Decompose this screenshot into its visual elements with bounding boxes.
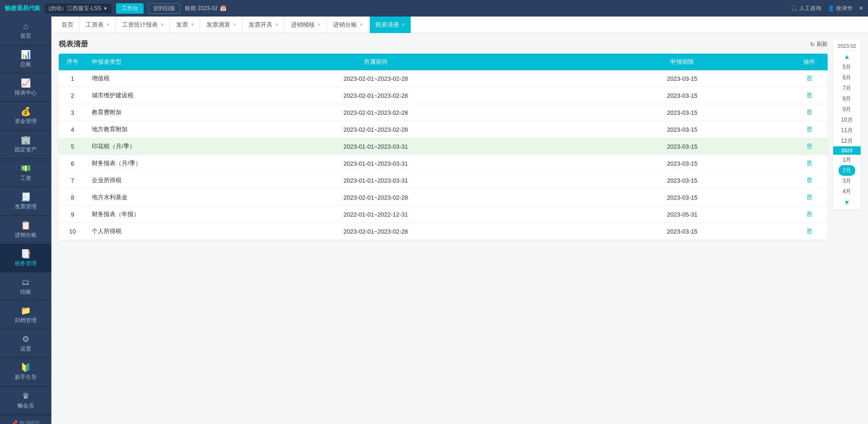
tab-salary-table[interactable]: 工资表 × xyxy=(80,17,116,33)
sidebar-item-settings[interactable]: ⚙ 设置 xyxy=(0,329,51,358)
period-10[interactable]: 10月 xyxy=(833,115,861,125)
sidebar-item-label: 新手引导 xyxy=(15,374,37,381)
cell-no: 6 xyxy=(59,155,86,172)
action-icon[interactable]: 🖹 xyxy=(806,143,812,150)
sidebar-item-guide[interactable]: 🔰 新手引导 xyxy=(0,358,51,386)
tab-invoice-calc[interactable]: 发票测算 × xyxy=(201,17,242,33)
cell-action[interactable]: 🖹 xyxy=(791,172,828,189)
cell-action[interactable]: 🖹 xyxy=(791,138,828,155)
tab-invoice-issue[interactable]: 发票开具 × xyxy=(243,17,284,33)
sidebar-item-label: 总账 xyxy=(20,61,31,68)
period-7[interactable]: 7月 xyxy=(833,83,861,94)
user-menu[interactable]: 👤 徐泽华 xyxy=(828,5,852,12)
action-icon[interactable]: 🖹 xyxy=(806,75,812,82)
period-11[interactable]: 11月 xyxy=(833,125,861,136)
tab-invoice[interactable]: 发票 × xyxy=(171,17,200,33)
cell-type: 个人所得税 xyxy=(86,223,178,240)
cell-action[interactable]: 🖹 xyxy=(791,104,828,121)
action-icon[interactable]: 🖹 xyxy=(806,92,812,99)
sidebar-item-ledger[interactable]: 📊 总账 xyxy=(0,45,51,73)
cell-no: 8 xyxy=(59,189,86,206)
switch-old-button[interactable]: 切到旧版 xyxy=(148,3,180,14)
action-icon[interactable]: 🖹 xyxy=(806,211,812,218)
period-12[interactable]: 12月 xyxy=(833,136,861,146)
cell-action[interactable]: 🖹 xyxy=(791,206,828,223)
cell-action[interactable]: 🖹 xyxy=(791,155,828,172)
topbar: 畅捷通易代账 (勿动）江西服宝-LSS ▼ 工作台 切到旧版 账期 2023-0… xyxy=(0,0,868,17)
settlement-icon: 🗂 xyxy=(22,278,30,286)
cell-period: 2023-02-01~2023-02-28 xyxy=(178,104,573,121)
cell-type: 城市维护建设税 xyxy=(86,87,178,104)
action-icon[interactable]: 🖹 xyxy=(806,194,812,201)
sidebar-item-invoice[interactable]: 🧾 发票管理 xyxy=(0,187,51,216)
sidebar-item-label: 进销台账 xyxy=(15,231,37,239)
action-icon[interactable]: 🖹 xyxy=(806,160,812,167)
refresh-button[interactable]: ↻ 刷新 xyxy=(810,40,828,48)
sidebar-item-label: 发票管理 xyxy=(15,203,37,211)
tax-table: 序号 申报表类型 所属期间 申报期限 操作 1 增值税 2023-02-01~2… xyxy=(59,54,828,240)
tab-purchase-audit[interactable]: 进销稽核 × xyxy=(285,17,327,33)
calendar-icon[interactable]: 📅 xyxy=(220,5,227,11)
workbench-button[interactable]: 工作台 xyxy=(116,3,144,14)
tab-tax-list[interactable]: 税表清册 × xyxy=(370,17,411,33)
salary-icon: 💵 xyxy=(21,164,31,173)
period-4[interactable]: 4月 xyxy=(833,186,861,197)
ai-consult-button[interactable]: 🎧 人工咨询 xyxy=(791,5,821,12)
action-icon[interactable]: 🖹 xyxy=(806,109,812,116)
action-icon[interactable]: 🖹 xyxy=(806,228,812,235)
tab-salary-stats[interactable]: 工资统计报表 × xyxy=(117,17,170,33)
cell-action[interactable]: 🖹 xyxy=(791,223,828,240)
tab-close-icon[interactable]: × xyxy=(402,22,405,28)
tab-close-icon[interactable]: × xyxy=(191,22,194,28)
sidebar-item-report[interactable]: 📈 报表中心 xyxy=(0,73,51,102)
cell-period: 2023-01-01~2023-03-31 xyxy=(178,138,573,155)
cell-action[interactable]: 🖹 xyxy=(791,189,828,206)
sidebar-item-tax[interactable]: 📑 税务管理 xyxy=(0,244,51,273)
cell-action[interactable]: 🖹 xyxy=(791,121,828,138)
cell-action[interactable]: 🖹 xyxy=(791,87,828,104)
period-3[interactable]: 3月 xyxy=(833,176,861,186)
period-6[interactable]: 6月 xyxy=(833,73,861,83)
sidebar-item-settlement[interactable]: 🗂 结账 xyxy=(0,273,51,301)
pin-toggle[interactable]: 📌 取消固定 xyxy=(0,415,51,424)
tab-purchase-ledger[interactable]: 进销台账 × xyxy=(328,17,369,33)
home-icon: ⌂ xyxy=(23,22,28,30)
tab-close-icon[interactable]: × xyxy=(360,22,363,28)
tab-close-icon[interactable]: × xyxy=(106,22,110,28)
cell-no: 3 xyxy=(59,104,86,121)
cell-type: 地方水利基金 xyxy=(86,189,178,206)
period-9[interactable]: 9月 xyxy=(833,104,861,115)
action-icon[interactable]: 🖹 xyxy=(806,177,812,184)
period-scroll-down[interactable]: ▼ xyxy=(833,197,861,208)
sidebar-item-capital[interactable]: 💰 资金管理 xyxy=(0,102,51,130)
capital-icon: 💰 xyxy=(21,107,31,116)
company-selector[interactable]: (勿动）江西服宝-LSS ▼ xyxy=(45,4,111,13)
sidebar-item-label: 设置 xyxy=(20,345,31,353)
tab-close-icon[interactable]: × xyxy=(161,22,164,28)
sidebar-item-salary[interactable]: 💵 工资 xyxy=(0,159,51,187)
action-icon[interactable]: 🖹 xyxy=(806,126,812,133)
tab-close-icon[interactable]: × xyxy=(233,22,236,28)
sidebar-item-archive[interactable]: 📁 归档管理 xyxy=(0,301,51,329)
sidebar-item-purchase[interactable]: 📋 进销台账 xyxy=(0,216,51,244)
close-icon[interactable]: ✕ xyxy=(859,5,863,11)
sidebar-item-fixed[interactable]: 🏢 固定资产 xyxy=(0,130,51,159)
cell-no: 5 xyxy=(59,138,86,155)
period-5[interactable]: 5月 xyxy=(833,62,861,73)
topbar-right: 🎧 人工咨询 👤 徐泽华 ✕ xyxy=(791,5,863,12)
tab-home[interactable]: 首页 xyxy=(56,17,79,33)
cell-action[interactable]: 🖹 xyxy=(791,70,828,87)
app-logo: 畅捷通易代账 xyxy=(5,4,40,12)
period-scroll-up[interactable]: ▲ xyxy=(833,51,861,62)
sidebar-item-home[interactable]: ⌂ 首页 xyxy=(0,17,51,45)
tab-close-icon[interactable]: × xyxy=(275,22,278,28)
period-8[interactable]: 8月 xyxy=(833,94,861,104)
period-2[interactable]: 2月 xyxy=(839,165,855,176)
sidebar-item-vip[interactable]: ♛ 畅会员 xyxy=(0,386,51,415)
headset-icon: 🎧 xyxy=(791,5,798,11)
period-1[interactable]: 1月 xyxy=(833,155,861,165)
tab-close-icon[interactable]: × xyxy=(317,22,321,28)
table-row: 9 财务报表（年报） 2022-01-01~2022-12-31 2023-05… xyxy=(59,206,828,223)
period-year-2023[interactable]: 2023 xyxy=(833,146,861,155)
cell-deadline: 2023-03-15 xyxy=(573,70,791,87)
